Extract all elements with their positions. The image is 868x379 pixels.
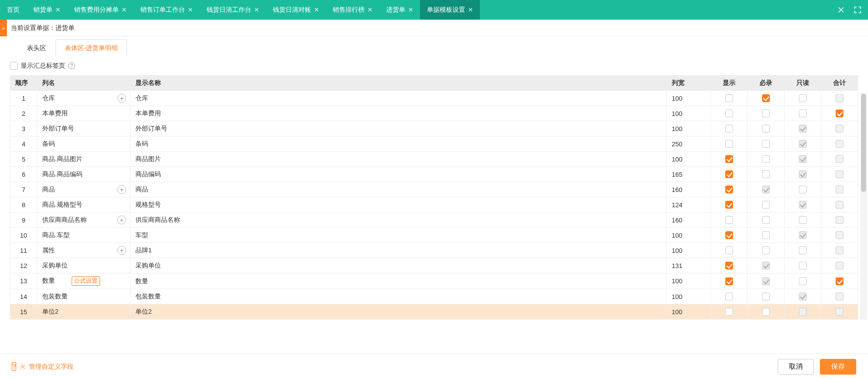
table-row[interactable]: 2本单费用本单费用100 <box>10 106 858 121</box>
cell-display[interactable]: 采购单位 <box>131 258 667 273</box>
cell-width[interactable]: 160 <box>667 182 711 197</box>
checkbox-show[interactable] <box>725 262 733 270</box>
top-tab-5[interactable]: 钱货日清对账✕ <box>266 0 326 20</box>
checkbox-total[interactable] <box>836 109 843 117</box>
cell-width[interactable]: 100 <box>667 228 711 243</box>
table-row[interactable]: 15单位2单位2100 <box>10 304 858 320</box>
cell-width[interactable]: 124 <box>667 197 711 213</box>
cell-display[interactable]: 条码 <box>131 136 667 152</box>
checkbox-show[interactable] <box>725 170 733 178</box>
add-icon[interactable]: + <box>117 216 126 224</box>
cell-width[interactable]: 250 <box>667 136 711 152</box>
cell-display[interactable]: 供应商商品名称 <box>131 213 667 228</box>
add-icon[interactable]: + <box>117 94 126 103</box>
cell-display[interactable]: 商品 <box>131 182 667 197</box>
cell-width[interactable]: 131 <box>667 258 711 273</box>
cell-width[interactable]: 100 <box>667 152 711 167</box>
cell-display[interactable]: 仓库 <box>131 91 667 106</box>
checkbox-readonly[interactable] <box>799 186 807 193</box>
checkbox-show[interactable] <box>725 201 733 209</box>
cell-width[interactable]: 100 <box>667 106 711 121</box>
checkbox-readonly[interactable] <box>799 94 807 102</box>
cell-display[interactable]: 外部订单号 <box>131 121 667 136</box>
top-tab-3[interactable]: 销售订单工作台✕ <box>133 0 200 20</box>
close-icon[interactable]: ✕ <box>314 6 319 13</box>
checkbox-required[interactable] <box>762 109 770 117</box>
table-row[interactable]: 1仓库+仓库100 <box>10 91 858 106</box>
checkbox-readonly[interactable] <box>799 262 807 270</box>
top-tab-8[interactable]: 单据模板设置✕ <box>420 0 480 20</box>
top-tab-7[interactable]: 进货单✕ <box>379 0 420 20</box>
checkbox-required[interactable] <box>762 155 770 163</box>
cell-width[interactable]: 100 <box>667 273 711 289</box>
checkbox-show[interactable] <box>725 155 733 163</box>
scrollbar-thumb[interactable] <box>861 94 866 192</box>
checkbox-show[interactable] <box>725 231 733 239</box>
close-icon[interactable]: ✕ <box>368 6 372 13</box>
checkbox-readonly[interactable] <box>799 277 807 285</box>
cell-display[interactable]: 商品图片 <box>131 152 667 167</box>
show-summary-checkbox[interactable] <box>10 62 18 70</box>
checkbox-show[interactable] <box>725 216 733 224</box>
formula-setting-button[interactable]: 公式设置 <box>72 276 100 286</box>
checkbox-show[interactable] <box>725 186 733 193</box>
fullscreen-icon[interactable] <box>852 4 863 15</box>
collapse-handle-icon[interactable]: » <box>0 20 7 36</box>
add-icon[interactable]: + <box>117 185 126 194</box>
top-tab-2[interactable]: 销售费用分摊单✕ <box>67 0 133 20</box>
cell-display[interactable]: 商品编码 <box>131 167 667 182</box>
add-icon[interactable]: + <box>117 246 126 255</box>
table-row[interactable]: 10商品.车型车型100 <box>10 228 858 243</box>
checkbox-required[interactable] <box>762 246 770 254</box>
checkbox-required[interactable] <box>762 140 770 148</box>
table-row[interactable]: 5商品.商品图片商品图片100 <box>10 152 858 167</box>
help-icon[interactable]: ? <box>68 62 75 69</box>
table-row[interactable]: 6商品.商品编码商品编码165 <box>10 167 858 182</box>
cell-display[interactable]: 车型 <box>131 228 667 243</box>
checkbox-show[interactable] <box>725 277 733 285</box>
cell-width[interactable]: 100 <box>667 243 711 258</box>
cell-width[interactable]: 165 <box>667 167 711 182</box>
checkbox-total[interactable] <box>836 277 843 285</box>
checkbox-required[interactable] <box>762 293 770 300</box>
checkbox-show[interactable] <box>725 246 733 254</box>
checkbox-required[interactable] <box>762 231 770 239</box>
table-row[interactable]: 8商品.规格型号规格型号124 <box>10 197 858 213</box>
checkbox-show[interactable] <box>725 308 733 316</box>
cell-display[interactable]: 规格型号 <box>131 197 667 213</box>
section-tab-1[interactable]: 表体区-进货单明细 <box>55 39 127 56</box>
top-tab-6[interactable]: 销售排行榜✕ <box>326 0 379 20</box>
table-row[interactable]: 13数量公式设置数量100 <box>10 273 858 289</box>
scrollbar-track[interactable] <box>860 93 867 320</box>
top-tab-0[interactable]: 首页 <box>0 0 26 20</box>
checkbox-required[interactable] <box>762 201 770 209</box>
cell-width[interactable]: 100 <box>667 91 711 106</box>
checkbox-readonly[interactable] <box>799 246 807 254</box>
table-row[interactable]: 14包装数量包装数量100 <box>10 289 858 304</box>
table-row[interactable]: 12采购单位采购单位131 <box>10 258 858 273</box>
checkbox-show[interactable] <box>725 94 733 102</box>
checkbox-required[interactable] <box>762 308 770 316</box>
section-tab-0[interactable]: 表头区 <box>18 39 55 56</box>
checkbox-show[interactable] <box>725 293 733 300</box>
table-row[interactable]: 3外部订单号外部订单号100 <box>10 121 858 136</box>
checkbox-required[interactable] <box>762 170 770 178</box>
cell-display[interactable]: 品牌1 <box>131 243 667 258</box>
cell-display[interactable]: 数量 <box>131 273 667 289</box>
cell-display[interactable]: 单位2 <box>131 304 667 320</box>
close-icon[interactable]: ✕ <box>188 6 193 13</box>
checkbox-show[interactable] <box>725 140 733 148</box>
close-icon[interactable]: ✕ <box>408 6 413 13</box>
cell-width[interactable]: 160 <box>667 213 711 228</box>
top-tab-1[interactable]: 销货单✕ <box>26 0 67 20</box>
top-tab-4[interactable]: 钱货日清工作台✕ <box>200 0 266 20</box>
checkbox-required[interactable] <box>762 125 770 133</box>
checkbox-readonly[interactable] <box>799 216 807 224</box>
table-row[interactable]: 7商品+商品160 <box>10 182 858 197</box>
checkbox-show[interactable] <box>725 109 733 117</box>
close-all-icon[interactable] <box>836 4 846 15</box>
checkbox-required[interactable] <box>762 216 770 224</box>
close-icon[interactable]: ✕ <box>468 6 473 13</box>
close-icon[interactable]: ✕ <box>254 6 259 13</box>
table-row[interactable]: 4条码条码250 <box>10 136 858 152</box>
